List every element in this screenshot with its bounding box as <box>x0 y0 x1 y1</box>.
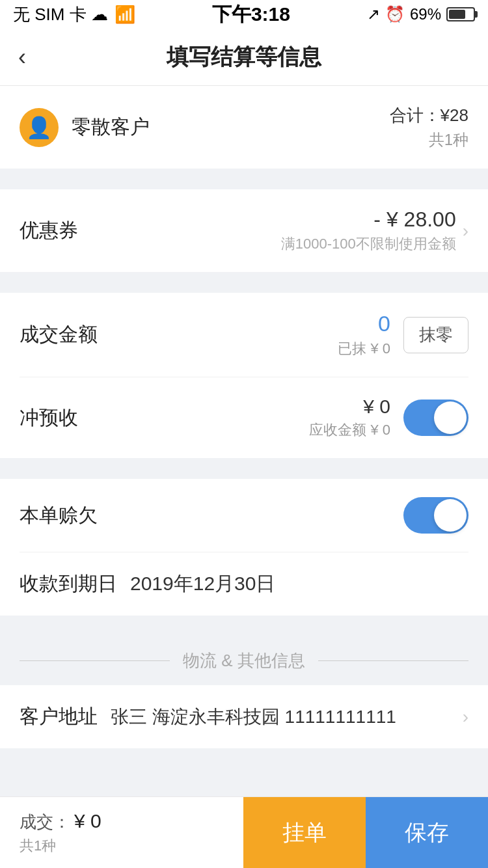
debt-label: 本单赊欠 <box>20 502 98 529</box>
coupon-info: - ¥ 28.00 满1000-100不限制使用金额 <box>281 208 456 254</box>
coupon-row[interactable]: 优惠券 - ¥ 28.00 满1000-100不限制使用金额 › <box>0 189 488 272</box>
sim-status: 无 SIM 卡 ☁ <box>13 3 108 26</box>
bottom-bar: 成交： ¥ 0 共1种 挂单 保存 <box>0 796 488 868</box>
transaction-row: 成交金额 0 已抹 ¥ 0 抹零 <box>0 293 488 377</box>
section-divider-3 <box>0 468 488 479</box>
prereceive-right: ¥ 0 应收金额 ¥ 0 <box>309 396 468 440</box>
round-button[interactable]: 抹零 <box>403 317 468 353</box>
save-button[interactable]: 保存 <box>366 797 488 869</box>
prereceive-amount-group: ¥ 0 应收金额 ¥ 0 <box>309 396 390 440</box>
battery-percent: 69% <box>410 5 441 23</box>
bottom-count: 共1种 <box>20 836 224 856</box>
debt-toggle-knob <box>434 499 467 532</box>
section-divider-2 <box>0 282 488 293</box>
status-time: 下午3:18 <box>212 1 290 28</box>
alarm-icon: ⏰ <box>385 5 405 23</box>
customer-left: 👤 零散客户 <box>20 108 150 147</box>
duedate-label: 收款到期日 <box>20 571 117 597</box>
battery-icon <box>446 7 475 21</box>
debt-section: 本单赊欠 收款到期日 2019年12月30日 <box>0 479 488 616</box>
location-icon: ↗ <box>367 5 380 23</box>
logistics-text: 物流 & 其他信息 <box>183 649 305 672</box>
address-chevron-icon: › <box>463 707 468 727</box>
total-amount: 合计：¥28 <box>390 104 468 127</box>
transaction-amount-group: 0 已抹 ¥ 0 <box>338 311 390 359</box>
prereceive-label: 冲预收 <box>20 405 78 431</box>
status-bar: 无 SIM 卡 ☁ 📶 下午3:18 ↗ ⏰ 69% <box>0 0 488 29</box>
prereceive-row: 冲预收 ¥ 0 应收金额 ¥ 0 <box>0 377 488 458</box>
transaction-value: 0 <box>338 311 390 336</box>
debt-row: 本单赊欠 <box>0 479 488 552</box>
avatar: 👤 <box>20 108 59 147</box>
wifi-icon: 📶 <box>115 5 135 25</box>
prereceive-toggle[interactable] <box>403 400 468 436</box>
transaction-sub: 已抹 ¥ 0 <box>338 339 390 359</box>
toggle-knob <box>434 401 467 434</box>
duedate-row: 收款到期日 2019年12月30日 <box>0 552 488 616</box>
bottom-deal-line: 成交： ¥ 0 <box>20 810 224 834</box>
transaction-label: 成交金额 <box>20 321 98 348</box>
bottom-deal-amount: ¥ 0 <box>74 810 102 832</box>
logistics-line-right <box>318 660 468 661</box>
back-button[interactable]: ‹ <box>18 44 26 71</box>
transaction-section: 成交金额 0 已抹 ¥ 0 抹零 冲预收 ¥ 0 应收金额 ¥ 0 <box>0 293 488 458</box>
main-content: 👤 零散客户 合计：¥28 共1种 优惠券 - ¥ 28.00 满1000-10… <box>0 86 488 837</box>
logistics-line-left <box>20 660 170 661</box>
prereceive-amount: ¥ 0 <box>309 396 390 418</box>
address-label: 客户地址 <box>20 703 98 730</box>
customer-right: 合计：¥28 共1种 <box>390 104 468 150</box>
customer-section: 👤 零散客户 合计：¥28 共1种 <box>0 86 488 169</box>
chevron-right-icon: › <box>463 221 468 241</box>
coupon-discount: - ¥ 28.00 <box>281 208 456 232</box>
customer-name: 零散客户 <box>72 114 150 141</box>
section-divider-4 <box>0 626 488 636</box>
bottom-deal-label: 成交： <box>20 811 70 834</box>
transaction-right: 0 已抹 ¥ 0 抹零 <box>338 311 468 359</box>
coupon-section: 优惠券 - ¥ 28.00 满1000-100不限制使用金额 › <box>0 189 488 272</box>
coupon-desc: 满1000-100不限制使用金额 <box>281 234 456 254</box>
page-title: 填写结算等信息 <box>167 42 321 72</box>
bottom-info: 成交： ¥ 0 共1种 <box>0 810 243 856</box>
coupon-right: - ¥ 28.00 满1000-100不限制使用金额 › <box>281 208 468 254</box>
customer-row: 👤 零散客户 合计：¥28 共1种 <box>0 86 488 169</box>
coupon-label: 优惠券 <box>20 217 78 244</box>
prereceive-sub: 应收金额 ¥ 0 <box>309 420 390 440</box>
debt-toggle[interactable] <box>403 497 468 534</box>
nav-bar: ‹ 填写结算等信息 <box>0 29 488 86</box>
address-row[interactable]: 客户地址 张三 海淀永丰科技园 11111111111 › <box>0 685 488 748</box>
section-divider-1 <box>0 179 488 189</box>
duedate-value: 2019年12月30日 <box>130 571 275 597</box>
address-value: 张三 海淀永丰科技园 11111111111 <box>111 705 463 729</box>
logistics-section: 物流 & 其他信息 <box>0 636 488 685</box>
status-right: ↗ ⏰ 69% <box>367 5 475 23</box>
total-count: 共1种 <box>390 129 468 150</box>
address-section: 客户地址 张三 海淀永丰科技园 11111111111 › <box>0 685 488 748</box>
status-left: 无 SIM 卡 ☁ 📶 <box>13 3 135 26</box>
hold-button[interactable]: 挂单 <box>243 797 366 869</box>
